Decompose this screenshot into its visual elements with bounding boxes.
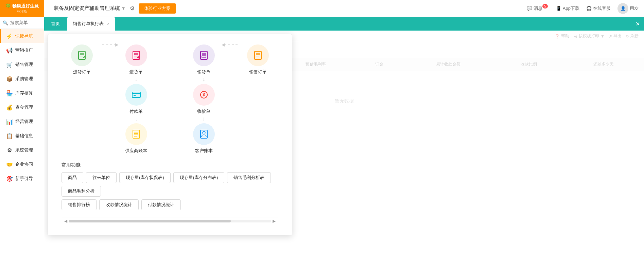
arrow-down-supplier: ↓ [116, 116, 157, 122]
btn-sales-gross[interactable]: 销售毛利分析表 [227, 172, 271, 183]
tab-home[interactable]: 首页 [44, 17, 67, 31]
system-dropdown-arrow[interactable]: ▼ [121, 6, 126, 11]
arrow-down-1 [102, 76, 116, 83]
active-tab-label: 销售订单执行表 [73, 21, 104, 27]
btn-goods-gross[interactable]: 商品毛利分析 [62, 186, 101, 197]
flow-node-customer-ledger[interactable]: 客户账本 [184, 123, 224, 154]
sidebar-item-collab[interactable]: 🤝 企业协同 [0, 157, 44, 172]
svg-rect-22 [133, 130, 140, 138]
svg-rect-9 [201, 51, 207, 59]
svg-rect-19 [134, 95, 136, 96]
tab-close-btn[interactable]: × [107, 21, 109, 26]
scroll-left-arrow[interactable]: ◀ [64, 219, 67, 223]
experience-btn[interactable]: 体验行业方案 [139, 3, 176, 14]
logo-text: 🍀 畅康通好生意 [5, 3, 39, 9]
sidebar-item-inventory[interactable]: 🏪 库存核算 [0, 86, 44, 100]
collab-icon: 🤝 [6, 161, 13, 167]
tab-bar: 首页 销售订单执行表 × ✕ [44, 17, 644, 31]
btn-sales-rank[interactable]: 销售排行榜 [62, 199, 97, 210]
arrow-down-payment: ↓ [116, 76, 157, 83]
search-menu[interactable]: 🔍 搜索菜单 [0, 17, 44, 29]
sales-order-icon [247, 44, 269, 66]
arrow-down-receipt: ↓ [184, 76, 224, 83]
sidebar-item-basic[interactable]: 📋 基础信息 [0, 129, 44, 143]
sales-bill-icon [193, 44, 215, 66]
system-name: 装备及固定资产辅助管理系统 ▼ [54, 5, 126, 12]
sidebar-item-label: 采购管理 [15, 76, 33, 82]
sidebar-item-system[interactable]: ⚙ 系统管理 [0, 143, 44, 157]
sidebar-item-label: 快捷导航 [15, 33, 33, 39]
svg-text:¥: ¥ [203, 92, 205, 97]
sales-order-label: 销售订单 [249, 69, 267, 75]
sidebar-item-newbie[interactable]: 🎯 新手引导 [0, 172, 44, 186]
sp5 [238, 116, 278, 122]
purchase-bill-icon [125, 44, 147, 66]
common-functions-section: 常用功能 商品 往来单位 现存量(库存状况表) 现存量(库存分布表) 销售毛利分… [62, 162, 278, 210]
app-download-icon: 📱 [556, 6, 561, 11]
btn-stock-status[interactable]: 现存量(库存状况表) [119, 172, 171, 183]
sidebar: 🔍 搜索菜单 ⚡ 快捷导航 📢 营销推广 🛒 销售管理 📦 采购管理 🏪 [0, 17, 44, 270]
flow-node-sales-bill[interactable]: 销货单 [184, 44, 224, 75]
svg-point-8 [137, 56, 139, 58]
modal-overlay: 进货订单 ▶ [44, 31, 644, 270]
svg-point-28 [203, 131, 205, 134]
top-bar: 🍀 畅康通好生意 标准版 装备及固定资产辅助管理系统 ▼ ⚙ 体验行业方案 💬 … [0, 0, 644, 17]
app-download-label: App下载 [563, 5, 579, 12]
sidebar-item-operation[interactable]: 📊 经营管理 [0, 114, 44, 129]
flow-node-sales-order[interactable]: 销售订单 [238, 44, 278, 75]
common-functions-title: 常用功能 [62, 162, 278, 168]
tab-bar-close-right[interactable]: ✕ [636, 21, 644, 27]
tab-sales-order[interactable]: 销售订单执行表 × [67, 17, 115, 31]
service-icon: 🎧 [586, 6, 592, 11]
sidebar-item-label: 资金管理 [15, 104, 33, 110]
btn-goods[interactable]: 商品 [62, 172, 83, 183]
spacer-right-flex [224, 76, 238, 83]
top-bar-right: 💬 消息 5 📱 App下载 🎧 在线客服 👤 用友 [527, 3, 639, 14]
message-group[interactable]: 💬 消息 5 [527, 5, 549, 12]
sidebar-item-quick-nav[interactable]: ⚡ 快捷导航 [0, 29, 44, 43]
spacer-mid [157, 76, 184, 83]
search-icon: 🔍 [3, 20, 8, 25]
app-download-group[interactable]: 📱 App下载 [556, 5, 579, 12]
user-group[interactable]: 👤 用友 [617, 3, 639, 14]
btn-stock-dist[interactable]: 现存量(库存分布表) [173, 172, 225, 183]
flow-arrows-down-2: ↓ ↓ [62, 116, 278, 122]
sidebar-item-purchase[interactable]: 📦 采购管理 [0, 72, 44, 86]
sidebar-item-label: 库存核算 [15, 90, 33, 96]
finance-icon: 💰 [6, 104, 13, 110]
settings-gear-icon[interactable]: ⚙ [130, 5, 135, 12]
flow-node-purchase-order[interactable]: 进货订单 [62, 44, 102, 75]
logo-icon: 🍀 [5, 3, 11, 8]
btn-receipt-stat[interactable]: 收款情况统计 [99, 199, 139, 210]
operation-icon: 📊 [6, 119, 13, 125]
sp4 [224, 116, 238, 122]
sidebar-item-marketing[interactable]: 📢 营销推广 [0, 43, 44, 57]
scroll-thumb[interactable] [69, 220, 231, 222]
sidebar-item-sales[interactable]: 🛒 销售管理 [0, 57, 44, 72]
flow-node-purchase-bill[interactable]: 进货单 [116, 44, 157, 75]
flow-row-3: 供应商账本 客户账本 [62, 123, 278, 154]
supplier-ledger-icon [125, 123, 147, 145]
sidebar-item-finance[interactable]: 💰 资金管理 [0, 100, 44, 114]
purchase-bill-label: 进货单 [129, 69, 143, 75]
btn-payment-stat[interactable]: 付款情况统计 [141, 199, 181, 210]
receipt-icon: ¥ [193, 84, 215, 106]
system-icon: ⚙ [6, 147, 13, 153]
message-badge: 5 [542, 4, 548, 8]
svg-rect-13 [255, 51, 261, 59]
supplier-ledger-label: 供应商账本 [125, 148, 147, 154]
marketing-icon: 📢 [6, 47, 13, 53]
flow-node-supplier-ledger[interactable]: 供应商账本 [116, 123, 157, 154]
arrow-down-customer: ↓ [184, 116, 224, 122]
basic-icon: 📋 [6, 133, 13, 139]
scroll-right-arrow[interactable]: ▶ [273, 219, 276, 223]
content-area: 首页 销售订单执行表 × ✕ ❓ 帮助 🖨 按模板打印 [44, 17, 644, 270]
online-service-group[interactable]: 🎧 在线客服 [586, 5, 611, 12]
flow-node-payment[interactable]: 付款单 [116, 84, 157, 114]
btn-contacts[interactable]: 往来单位 [86, 172, 117, 183]
common-buttons-row-2: 销售排行榜 收款情况统计 付款情况统计 [62, 199, 278, 210]
scroll-track[interactable] [69, 220, 271, 222]
flow-node-receipt[interactable]: ¥ 收款单 [184, 84, 224, 114]
arrow-2: ◀ [224, 44, 238, 52]
customer-ledger-label: 客户账本 [195, 148, 213, 154]
